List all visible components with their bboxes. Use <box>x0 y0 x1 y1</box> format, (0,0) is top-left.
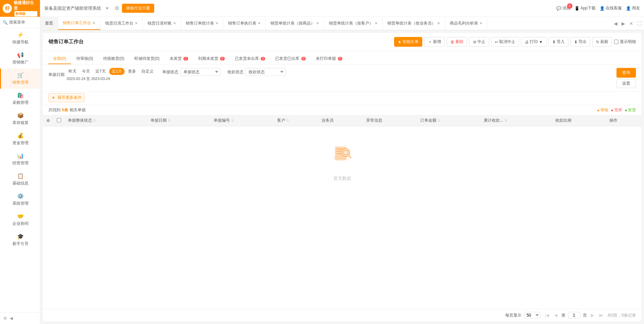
sub-tab-pending-inspect[interactable]: 待拣验货(0) <box>98 54 129 64</box>
sub-tab-shipped-not-out[interactable]: 已发货未出库 0 <box>230 54 270 64</box>
date-opt-more[interactable]: 更多 <box>126 68 138 75</box>
next-page-btn[interactable]: ▶ <box>590 312 595 318</box>
tab-close-icon[interactable]: ✕ <box>92 21 95 25</box>
tab-close-icon[interactable]: ✕ <box>479 21 482 26</box>
sidebar-item-system[interactable]: ⚙️ 系统管理 <box>0 190 40 210</box>
select-all-checkbox[interactable] <box>57 118 61 122</box>
th-exception[interactable]: 异常信息 <box>363 115 417 126</box>
message-btn[interactable]: 💬 消息 6 <box>556 5 570 11</box>
sub-tab-shipped-out[interactable]: 已发货已出库 0 <box>270 54 310 64</box>
tabs-close-all-btn[interactable]: ✕ <box>627 18 635 29</box>
tab-home[interactable]: 首页 <box>40 17 58 30</box>
tab-gross-analysis[interactable]: 商品毛利分析表 ✕ <box>445 17 487 30</box>
industry-btn[interactable]: 体验行业方案 <box>122 4 154 13</box>
tab-sales-exec[interactable]: 销售订单执行表 ✕ <box>223 17 266 30</box>
date-opt-yesterday[interactable]: 昨天 <box>67 68 79 75</box>
th-status[interactable]: 单据整体状态 <box>65 115 147 126</box>
tab-sales-summary-product[interactable]: 销货单统计表（按商品） ✕ <box>266 17 324 30</box>
tabs-maximize-btn[interactable]: ⛶ <box>635 18 644 29</box>
tab-sales-summary-customer[interactable]: 销货单统计表（按客户） ✕ <box>324 17 383 30</box>
import-btn[interactable]: ⬆ 导入 <box>549 37 568 47</box>
status-select[interactable]: 单据状态 <box>180 68 221 76</box>
tab-sales-workbench[interactable]: 销售订单工作台 ✕ <box>58 17 100 30</box>
delete-btn[interactable]: 🗑 删除 <box>447 37 467 47</box>
collapse-icon[interactable]: ◀ <box>10 316 13 321</box>
smart-btn[interactable]: ★ 智能生单 <box>394 37 422 47</box>
date-opt-7days[interactable]: 近7天 <box>93 68 108 75</box>
sub-tab-wangpu[interactable]: 旺铺待发货(0) <box>130 54 164 64</box>
audit-btn[interactable]: ● 审核 <box>597 107 608 113</box>
th-number[interactable]: 单据编号 <box>210 115 274 126</box>
sidebar-item-quicknav[interactable]: ⚡ 快捷导航 <box>0 28 40 48</box>
sidebar-item-finance[interactable]: 💰 资金管理 <box>0 129 40 149</box>
main-area: 装备及固定资产辅助管理系统 ▼ ⚙ 体验行业方案 💬 消息 6 📱 App下载 … <box>40 0 644 324</box>
payment-select[interactable]: 收款状态 <box>246 68 286 76</box>
tab-sales-stats[interactable]: 销售订单统计表 ✕ <box>181 17 223 30</box>
th-amount[interactable]: 订单金额 <box>417 115 480 126</box>
expand-btn[interactable]: ▼ 展开更多条件 <box>48 93 85 102</box>
tab-close-icon[interactable]: ✕ <box>258 21 261 26</box>
tab-close-icon[interactable]: ✕ <box>215 21 218 26</box>
sidebar-item-purchase[interactable]: 🛍️ 采购管理 <box>0 89 40 109</box>
th-staff[interactable]: 业务员 <box>318 115 363 126</box>
th-gear[interactable]: ⚙ <box>43 115 53 126</box>
export-btn[interactable]: ⬇ 导出 <box>570 37 590 47</box>
online-service-btn[interactable]: 👤 在线客服 <box>600 5 622 11</box>
app-download-btn[interactable]: 📱 App下载 <box>574 5 596 11</box>
sub-tab-pending-review[interactable]: 待审核(0) <box>72 54 98 64</box>
page-input[interactable] <box>568 312 580 319</box>
show-detail-checkbox[interactable] <box>614 40 618 44</box>
settings-icon[interactable]: ⚙ <box>3 316 7 321</box>
sidebar-item-marketing[interactable]: 📢 营销推广 <box>0 48 40 69</box>
query-btn[interactable]: 查询 <box>616 68 636 78</box>
add-btn[interactable]: ＋ 新增 <box>424 37 445 47</box>
tab-daily-cash[interactable]: 钱货日清工作台 ✕ <box>100 17 143 30</box>
tab-cash-check[interactable]: 钱货日清对账 ✕ <box>143 17 181 30</box>
topbar-gear-icon[interactable]: ⚙ <box>115 5 119 11</box>
system-arrow-icon[interactable]: ▼ <box>105 6 109 11</box>
setting-btn[interactable]: 设置 <box>616 79 636 88</box>
user-btn[interactable]: 👤 用友 <box>626 5 640 11</box>
tabs-next-btn[interactable]: ▶ <box>619 18 627 29</box>
tabs-prev-btn[interactable]: ◀ <box>612 18 619 29</box>
print-btn[interactable]: 🖨 打印 ▼ <box>521 37 547 47</box>
date-opt-custom[interactable]: 自定义 <box>139 68 156 75</box>
sales-icon: 🛒 <box>17 72 24 78</box>
th-collected[interactable]: 累计收款... <box>480 115 552 126</box>
sidebar-item-operations[interactable]: 📊 经营管理 <box>0 149 40 169</box>
ship-btn[interactable]: ● 发货 <box>625 107 636 113</box>
th-customer[interactable]: 客户 <box>274 115 318 126</box>
date-opt-today[interactable]: 今天 <box>80 68 92 75</box>
prev-page-btn[interactable]: ◀ <box>553 312 559 318</box>
sidebar-item-basic[interactable]: 📋 基础信息 <box>0 169 40 190</box>
page-size-select[interactable]: 20 50 100 <box>524 312 541 319</box>
tab-close-icon[interactable]: ✕ <box>135 21 138 26</box>
last-page-btn[interactable]: ▶| <box>598 312 605 318</box>
tab-sales-summary-staff[interactable]: 销货单统计表（按业务员） ✕ <box>383 17 445 30</box>
refresh-btn[interactable]: ↻ 刷新 <box>592 37 612 47</box>
tab-close-icon[interactable]: ✕ <box>437 21 440 26</box>
tab-close-icon[interactable]: ✕ <box>316 21 319 26</box>
th-date[interactable]: 单据日期 <box>147 115 211 126</box>
sidebar-item-enterprise[interactable]: 🤝 企业协同 <box>0 210 40 230</box>
sidebar-item-guide[interactable]: 🎓 新手引导 <box>0 230 40 250</box>
filter-row-1: 单据日期 昨天 今天 近7天 近1月 更多 自定义 2023-02-24 至 2… <box>48 68 611 81</box>
sub-tab-overdue[interactable]: 到期未发货 0 <box>194 54 229 64</box>
sidebar-item-sales[interactable]: 🛒 销售管理 <box>0 69 40 89</box>
sub-tab-not-printed[interactable]: 未打印单据 0 <box>311 54 347 64</box>
tab-close-icon[interactable]: ✕ <box>375 21 378 26</box>
th-checkbox[interactable] <box>53 115 65 126</box>
sidebar-item-inventory[interactable]: 📦 库存核算 <box>0 109 40 129</box>
sub-tab-label: 已发货已出库 <box>275 56 299 61</box>
date-opt-1month[interactable]: 近1月 <box>109 68 125 75</box>
th-ratio[interactable]: 收款比例 <box>552 115 606 126</box>
cancel-stop-btn[interactable]: ↩ 取消中止 <box>491 37 519 47</box>
cancel-btn[interactable]: ● 充审 <box>611 107 622 113</box>
show-detail-check[interactable]: 显示明细 <box>614 39 636 45</box>
sub-tab-all[interactable]: 全部(0) <box>48 54 71 64</box>
tab-close-icon[interactable]: ✕ <box>173 21 176 26</box>
first-page-btn[interactable]: |◀ <box>543 312 550 318</box>
sub-tab-not-shipped[interactable]: 未发货 0 <box>165 54 193 64</box>
sidebar-search[interactable]: 🔍 搜索菜单 <box>0 17 40 28</box>
stop-btn[interactable]: ⊘ 中止 <box>469 37 489 47</box>
